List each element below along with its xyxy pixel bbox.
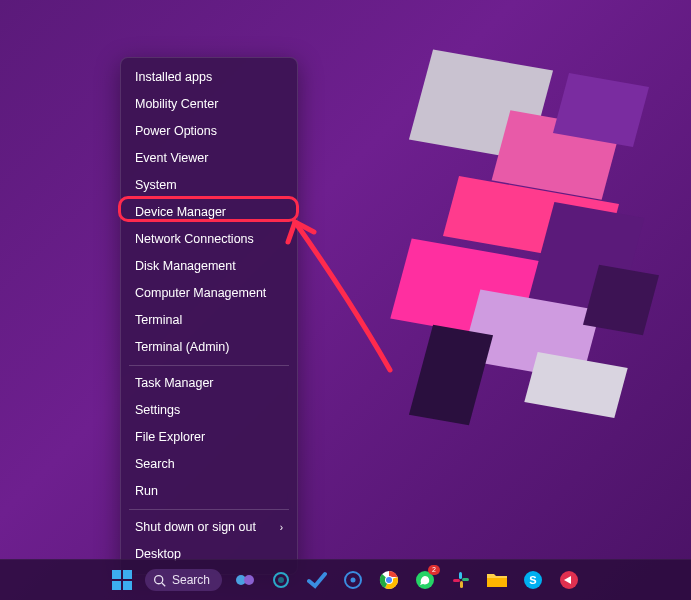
taskbar-todo-icon[interactable] [304, 567, 330, 593]
taskbar-skype-icon[interactable]: S [520, 567, 546, 593]
taskbar-whatsapp-icon[interactable]: 2 [412, 567, 438, 593]
svg-rect-18 [460, 581, 463, 588]
menu-item-search[interactable]: Search [121, 451, 297, 478]
taskbar-copilot-icon[interactable] [232, 567, 258, 593]
chevron-right-icon: › [280, 522, 283, 534]
taskbar-app-icon[interactable] [340, 567, 366, 593]
svg-text:S: S [529, 574, 536, 586]
taskbar-settings-icon[interactable] [268, 567, 294, 593]
menu-item-mobility-center[interactable]: Mobility Center [121, 91, 297, 118]
svg-line-5 [162, 582, 165, 585]
menu-item-run[interactable]: Run [121, 478, 297, 505]
menu-item-file-explorer[interactable]: File Explorer [121, 424, 297, 451]
winx-menu: Installed apps Mobility Center Power Opt… [120, 57, 298, 575]
svg-point-11 [351, 578, 356, 583]
menu-item-shutdown[interactable]: Shut down or sign out › [121, 514, 297, 541]
menu-item-network-connections[interactable]: Network Connections [121, 226, 297, 253]
menu-item-device-manager[interactable]: Device Manager [121, 199, 297, 226]
taskbar-app2-icon[interactable] [556, 567, 582, 593]
menu-item-event-viewer[interactable]: Event Viewer [121, 145, 297, 172]
taskbar-search[interactable]: Search [145, 569, 222, 591]
start-button[interactable] [109, 567, 135, 593]
svg-rect-16 [459, 572, 462, 579]
taskbar-chrome-icon[interactable] [376, 567, 402, 593]
menu-item-disk-management[interactable]: Disk Management [121, 253, 297, 280]
menu-item-power-options[interactable]: Power Options [121, 118, 297, 145]
svg-rect-1 [123, 570, 132, 579]
menu-item-terminal-admin[interactable]: Terminal (Admin) [121, 334, 297, 361]
svg-rect-2 [112, 581, 121, 590]
svg-rect-19 [453, 579, 460, 582]
taskbar-explorer-icon[interactable] [484, 567, 510, 593]
svg-point-7 [244, 575, 254, 585]
menu-item-task-manager[interactable]: Task Manager [121, 370, 297, 397]
svg-rect-17 [462, 578, 469, 581]
taskbar: Search 2 [0, 559, 691, 600]
svg-rect-20 [487, 578, 507, 587]
menu-separator [129, 509, 289, 510]
menu-item-system[interactable]: System [121, 172, 297, 199]
desktop-wallpaper [0, 0, 691, 600]
svg-rect-3 [123, 581, 132, 590]
taskbar-slack-icon[interactable] [448, 567, 474, 593]
menu-separator [129, 365, 289, 366]
menu-item-settings[interactable]: Settings [121, 397, 297, 424]
svg-point-14 [386, 577, 392, 583]
svg-point-9 [278, 577, 284, 583]
whatsapp-badge: 2 [428, 565, 440, 575]
wallpaper-art [361, 20, 691, 460]
svg-point-4 [155, 575, 163, 583]
menu-item-installed-apps[interactable]: Installed apps [121, 64, 297, 91]
menu-item-computer-management[interactable]: Computer Management [121, 280, 297, 307]
menu-item-terminal[interactable]: Terminal [121, 307, 297, 334]
svg-rect-0 [112, 570, 121, 579]
search-icon [153, 574, 166, 587]
search-label: Search [172, 573, 210, 587]
